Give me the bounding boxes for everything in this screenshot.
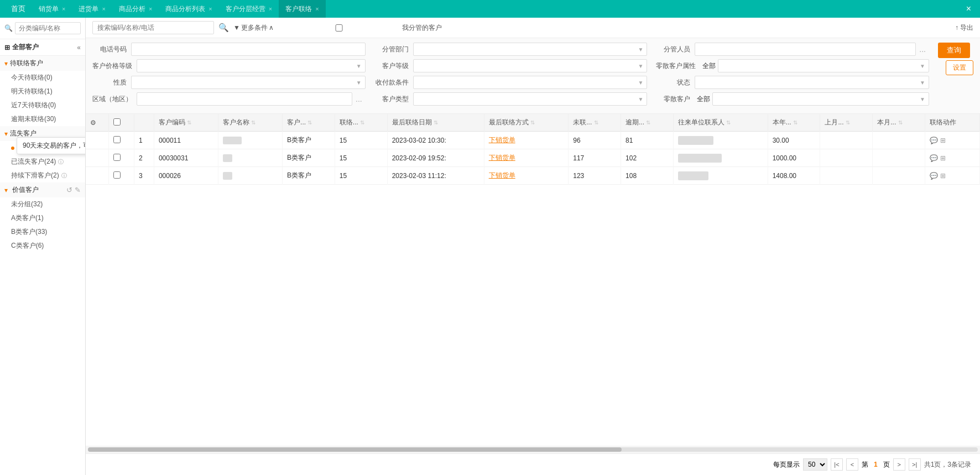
sidebar-search-input[interactable]: [15, 22, 81, 34]
zero-attr-select[interactable]: ▼: [718, 59, 929, 72]
close-purchase-icon[interactable]: ×: [102, 6, 105, 12]
close-analysis-list-icon[interactable]: ×: [208, 6, 212, 12]
search-input[interactable]: [92, 21, 214, 34]
sidebar-item-class-a[interactable]: A类客户(1): [0, 211, 85, 225]
sidebar-group-value[interactable]: ▾ 价值客户 ↺ ✎: [0, 182, 85, 197]
my-customers-checkbox-label[interactable]: 我分管的客户: [278, 23, 442, 33]
nav-home[interactable]: 首页: [4, 4, 32, 14]
row2-action[interactable]: 💬 ⊞: [925, 149, 980, 167]
col-last-contact-date[interactable]: 最后联络日期 ⇅: [387, 114, 484, 132]
nav-tab-analysis-list[interactable]: 商品分析列表 ×: [159, 0, 218, 18]
row1-last-way[interactable]: 下销货单: [484, 132, 569, 149]
scroll-thumb[interactable]: [88, 447, 622, 452]
price-tier-select[interactable]: ▼: [137, 59, 366, 72]
close-customer-contact-icon[interactable]: ×: [315, 6, 319, 12]
sidebar-item-tomorrow-pending[interactable]: 明天待联络(1): [0, 85, 85, 98]
region-more-icon[interactable]: ...: [352, 95, 366, 103]
nav-tab-customer-contact[interactable]: 客户联络 ×: [279, 0, 325, 18]
nav-tab-purchase[interactable]: 进货单 ×: [72, 0, 112, 18]
search-button[interactable]: 🔍: [218, 23, 229, 33]
window-close-button[interactable]: ×: [962, 4, 976, 14]
row2-last-way-link[interactable]: 下销货单: [489, 154, 515, 161]
col-type[interactable]: 客户... ⇅: [283, 114, 335, 132]
gender-select[interactable]: ▼: [131, 76, 366, 89]
col-code[interactable]: 客户编码 ⇅: [154, 114, 218, 132]
col-this-month[interactable]: 本月... ⇅: [873, 114, 925, 132]
nav-tab-customer-tier[interactable]: 客户分层经营 ×: [219, 0, 279, 18]
sidebar-item-declining[interactable]: 持续下滑客户(2) ⓘ: [0, 169, 85, 182]
value-edit-icon[interactable]: ✎: [75, 186, 81, 194]
row3-select-checkbox[interactable]: [113, 171, 121, 179]
more-conditions-button[interactable]: ▼ 更多条件 ∧: [233, 23, 274, 33]
sidebar-item-class-c[interactable]: C类客户(6): [0, 239, 85, 253]
sidebar-item-ungrouped[interactable]: 未分组(32): [0, 197, 85, 211]
sidebar-all-customers-header[interactable]: ⊞ 全部客户 «: [0, 39, 85, 56]
row1-action[interactable]: 💬 ⊞: [925, 132, 980, 149]
value-refresh-icon[interactable]: ↺: [66, 186, 72, 194]
row2-select-checkbox[interactable]: [113, 154, 121, 161]
scroll-track[interactable]: [88, 447, 978, 452]
dept-select[interactable]: ▼: [413, 43, 648, 56]
row1-last-way-link[interactable]: 下销货单: [489, 136, 515, 144]
select-all-checkbox[interactable]: [113, 118, 121, 126]
col-name[interactable]: 客户名称 ⇅: [218, 114, 282, 132]
sidebar-item-already-churn[interactable]: 已流失客户(24) ⓘ: [0, 155, 85, 169]
customer-tier-select[interactable]: ▼: [413, 59, 648, 72]
sidebar-group-pending[interactable]: ▾ 待联络客户: [0, 56, 85, 71]
page-first-button[interactable]: |<: [831, 458, 843, 471]
manager-more-icon[interactable]: ...: [916, 45, 929, 54]
sidebar-group-churn[interactable]: ▾ 流失客户 90天未交易的客户，可能有流失风险。: [0, 126, 85, 141]
col-settings[interactable]: ⚙: [86, 114, 109, 132]
payment-select[interactable]: ▼: [413, 76, 648, 89]
per-page-select[interactable]: 50: [803, 458, 827, 471]
row1-select-checkbox[interactable]: [113, 136, 121, 143]
zero-customer-select[interactable]: ▼: [712, 92, 929, 106]
col-overdue[interactable]: 逾期... ⇅: [621, 114, 674, 132]
sidebar-item-week-pending[interactable]: 近7天待联络(0): [0, 98, 85, 112]
row1-action-more-icon[interactable]: ⊞: [940, 137, 946, 144]
row3-checkbox[interactable]: [109, 167, 134, 185]
row1-action-chat-icon[interactable]: 💬: [930, 137, 938, 144]
row1-checkbox[interactable]: [109, 132, 134, 149]
row2-checkbox[interactable]: [109, 149, 134, 167]
close-customer-tier-icon[interactable]: ×: [269, 6, 272, 12]
sidebar-collapse-icon[interactable]: «: [77, 44, 81, 51]
page-prev-button[interactable]: <: [846, 458, 858, 471]
horizontal-scrollbar[interactable]: [86, 446, 980, 453]
region-input[interactable]: [137, 92, 352, 106]
col-contact[interactable]: 联络... ⇅: [335, 114, 387, 132]
phone-input[interactable]: [131, 43, 366, 56]
row3-action[interactable]: 💬 ⊞: [925, 167, 980, 185]
col-this-year[interactable]: 本年... ⇅: [768, 114, 820, 132]
row3-last-way[interactable]: 下销货单: [484, 167, 569, 185]
col-unit-contact[interactable]: 往来单位联系人 ⇅: [673, 114, 768, 132]
col-checkbox[interactable]: [109, 114, 134, 132]
status-select[interactable]: ▼: [695, 76, 929, 89]
col-uncontacted[interactable]: 未联... ⇅: [569, 114, 621, 132]
settings-button[interactable]: 设置: [946, 60, 973, 75]
close-analysis-icon[interactable]: ×: [149, 6, 152, 12]
nav-tab-analysis[interactable]: 商品分析 ×: [112, 0, 159, 18]
row3-overdue: 108: [621, 167, 674, 185]
row2-action-more-icon[interactable]: ⊞: [940, 154, 946, 162]
export-button[interactable]: ↑ 导出: [955, 23, 973, 33]
close-sales-icon[interactable]: ×: [62, 6, 65, 12]
row1-index: 1: [134, 132, 154, 149]
row2-action-chat-icon[interactable]: 💬: [930, 154, 938, 162]
row3-action-chat-icon[interactable]: 💬: [930, 172, 938, 180]
query-button[interactable]: 查询: [938, 43, 970, 58]
sidebar-item-today-pending[interactable]: 今天待联络(0): [0, 71, 85, 85]
col-last-contact-way[interactable]: 最后联络方式 ⇅: [484, 114, 569, 132]
row3-last-way-link[interactable]: 下销货单: [489, 171, 515, 179]
row3-action-more-icon[interactable]: ⊞: [940, 172, 946, 180]
my-customers-checkbox[interactable]: [278, 24, 400, 32]
nav-tab-sales[interactable]: 销货单 ×: [32, 0, 72, 18]
manager-input[interactable]: [695, 43, 916, 56]
page-next-button[interactable]: >: [893, 458, 905, 471]
col-last-month[interactable]: 上月... ⇅: [820, 114, 873, 132]
page-last-button[interactable]: >|: [909, 458, 921, 471]
row2-last-way[interactable]: 下销货单: [484, 149, 569, 167]
sidebar-item-overdue-pending[interactable]: 逾期未联络(30): [0, 112, 85, 126]
sidebar-item-class-b[interactable]: B类客户(33): [0, 225, 85, 239]
customer-type-select[interactable]: ▼: [413, 92, 648, 106]
